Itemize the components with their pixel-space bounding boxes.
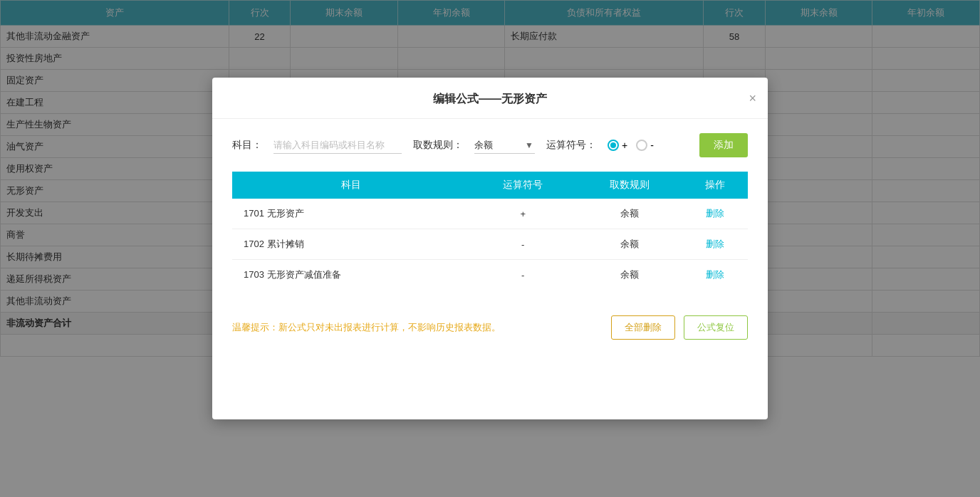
formula-operator-cell: + — [469, 199, 576, 229]
formula-rule-cell: 余额 — [576, 229, 683, 260]
formula-row: 1701 无形资产 + 余额 删除 — [232, 199, 748, 229]
modal-header: 编辑公式——无形资产 × — [212, 78, 768, 119]
modal-title: 编辑公式——无形资产 — [433, 93, 547, 105]
formula-row: 1702 累计摊销 - 余额 删除 — [232, 229, 748, 260]
formula-rule-cell: 余额 — [576, 260, 683, 291]
formula-table: 科目 运算符号 取数规则 操作 1701 无形资产 + 余额 删除 1702 累… — [232, 172, 748, 290]
add-button[interactable]: 添加 — [699, 133, 748, 157]
subject-input[interactable] — [273, 137, 402, 154]
formula-subject-cell: 1701 无形资产 — [232, 199, 469, 229]
formula-operator-cell: - — [469, 229, 576, 260]
rule-select[interactable]: 余额 借方 贷方 借方发生额 贷方发生额 — [474, 137, 535, 154]
formula-action-cell: 删除 — [683, 260, 748, 291]
formula-subject-cell: 1703 无形资产减值准备 — [232, 260, 469, 291]
formula-row: 1703 无形资产减值准备 - 余额 删除 — [232, 260, 748, 291]
th-operator: 运算符号 — [469, 172, 576, 199]
formula-subject-cell: 1702 累计摊销 — [232, 229, 469, 260]
rule-label: 取数规则： — [413, 139, 463, 152]
radio-minus[interactable]: - — [636, 140, 654, 151]
modal-overlay: 编辑公式——无形资产 × 科目： 取数规则： 余额 借方 贷方 借方发生额 贷方… — [0, 0, 980, 497]
formula-action-cell: 删除 — [683, 199, 748, 229]
delete-link[interactable]: 删除 — [706, 239, 724, 249]
modal-dialog: 编辑公式——无形资产 × 科目： 取数规则： 余额 借方 贷方 借方发生额 贷方… — [212, 78, 768, 419]
radio-minus-label: - — [650, 140, 654, 151]
radio-plus[interactable]: + — [608, 140, 627, 151]
formula-rule-cell: 余额 — [576, 199, 683, 229]
formula-action-cell: 删除 — [683, 229, 748, 260]
modal-body: 科目： 取数规则： 余额 借方 贷方 借方发生额 贷方发生额 ▼ 运算符号： — [212, 119, 768, 304]
operator-radio-group: + - — [608, 140, 654, 151]
radio-minus-circle — [636, 140, 647, 151]
form-row: 科目： 取数规则： 余额 借方 贷方 借方发生额 贷方发生额 ▼ 运算符号： — [232, 133, 748, 157]
warning-text: 温馨提示：新公式只对未出报表进行计算，不影响历史报表数据。 — [232, 321, 501, 334]
reset-formula-button[interactable]: 公式复位 — [684, 315, 748, 340]
footer-buttons: 全部删除 公式复位 — [611, 315, 748, 340]
th-subject: 科目 — [232, 172, 469, 199]
delete-link[interactable]: 删除 — [706, 208, 724, 219]
modal-close-button[interactable]: × — [749, 92, 756, 105]
subject-label: 科目： — [232, 139, 262, 152]
th-rule: 取数规则 — [576, 172, 683, 199]
rule-select-wrapper: 余额 借方 贷方 借方发生额 贷方发生额 ▼ — [474, 137, 535, 154]
radio-plus-circle — [608, 140, 619, 151]
operator-label: 运算符号： — [546, 139, 596, 152]
delete-link[interactable]: 删除 — [706, 269, 724, 280]
radio-plus-label: + — [622, 140, 627, 151]
modal-footer: 温馨提示：新公式只对未出报表进行计算，不影响历史报表数据。 全部删除 公式复位 — [212, 304, 768, 354]
th-action: 操作 — [683, 172, 748, 199]
delete-all-button[interactable]: 全部删除 — [611, 315, 675, 340]
formula-operator-cell: - — [469, 260, 576, 291]
